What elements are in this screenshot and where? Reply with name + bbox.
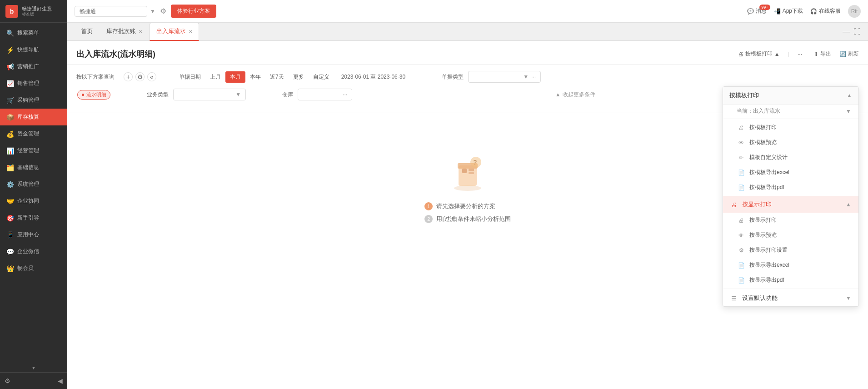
- sidebar-item-member[interactable]: 👑 畅会员: [0, 260, 67, 277]
- template-print-button[interactable]: 🖨 按模板打印 ▲: [734, 48, 783, 60]
- apps-icon: 📱: [6, 231, 14, 239]
- refresh-button[interactable]: 🔄 刷新: [839, 50, 859, 58]
- biz-type-label: 业务类型: [147, 91, 169, 99]
- tabs-bar: 首页 库存批次账 × 出入库流水 × — ⛶: [67, 23, 868, 41]
- filter-label: 按以下方案查询: [76, 73, 115, 81]
- user-avatar-area[interactable]: Rit: [848, 5, 861, 18]
- inventory-icon: 📦: [6, 114, 14, 121]
- svg-text:?: ?: [473, 159, 477, 166]
- date-btn-custom[interactable]: 自定义: [309, 71, 334, 83]
- topbar: ▼ ⚙ 体验行业方案 💬 消息 99+ 📲 App下载 🎧 在线客服 Rit: [67, 0, 868, 23]
- sidebar-item-search[interactable]: 🔍 搜索菜单: [0, 25, 67, 41]
- svg-rect-3: [462, 169, 467, 173]
- trial-button[interactable]: 体验行业方案: [171, 5, 216, 18]
- date-btn-this-year[interactable]: 本年: [245, 71, 265, 83]
- date-filter: 上月 本月 本年 近7天 更多 自定义: [205, 71, 334, 83]
- dp-display-section-header[interactable]: 🖨 按显示打印 ▲: [723, 196, 858, 213]
- empty-step-2: 2 用[过滤]条件来缩小分析范围: [424, 215, 510, 223]
- topbar-search-area: ▼: [75, 6, 155, 17]
- filter-add-button[interactable]: +: [124, 72, 133, 81]
- tab-flow-close[interactable]: ×: [189, 28, 192, 35]
- preview-sub-icon: 👁: [738, 139, 745, 146]
- dp-display-preview-item[interactable]: 👁 按显示预览: [723, 228, 858, 243]
- dp-template-export-excel-item[interactable]: 📄 按模板导出excel: [723, 165, 858, 180]
- dp-template-export-pdf-item[interactable]: 📄 按模板导出pdf: [723, 180, 858, 195]
- empty-step-1: 1 请先选择要分析的方案: [424, 202, 510, 210]
- collapse-filter-button[interactable]: ▲ 收起更多条件: [555, 91, 595, 99]
- sidebar-item-finance[interactable]: 💰 资金管理: [0, 125, 67, 142]
- filter-actions: + ⚙ «: [124, 72, 156, 81]
- dp-header-arrow[interactable]: ▲: [847, 92, 852, 99]
- sidebar-item-quick-nav[interactable]: ⚡ 快捷导航: [0, 41, 67, 58]
- search-input[interactable]: [75, 6, 147, 17]
- warehouse-filter-group: 仓库 ···: [282, 89, 352, 100]
- more-actions-button[interactable]: ···: [794, 49, 806, 59]
- step-1-num: 1: [424, 202, 433, 210]
- dp-template-print-item[interactable]: 🖨 按模板打印: [723, 120, 858, 135]
- dp-template-custom-item[interactable]: ✏ 模板自定义设计: [723, 150, 858, 165]
- dp-display-export-excel-item[interactable]: 📄 按显示导出excel: [723, 258, 858, 273]
- online-service-button[interactable]: 🎧 在线客服: [810, 7, 841, 15]
- gear-icon[interactable]: ⚙: [160, 7, 166, 15]
- dp-current-arrow: ▼: [846, 108, 851, 115]
- sidebar-item-system[interactable]: ⚙️ 系统管理: [0, 176, 67, 193]
- biz-type-dropdown[interactable]: ▼: [173, 89, 246, 100]
- search-dropdown-arrow[interactable]: ▼: [150, 8, 155, 15]
- sidebar-item-guide[interactable]: 🎯 新手引导: [0, 209, 67, 226]
- filter-collapse-button[interactable]: «: [147, 72, 156, 81]
- warehouse-dropdown[interactable]: ···: [298, 89, 352, 100]
- dp-display-print-settings-item[interactable]: ⚙ 按显示打印设置: [723, 243, 858, 258]
- tab-home[interactable]: 首页: [75, 23, 99, 41]
- collapse-sidebar-icon[interactable]: ◀: [58, 377, 63, 384]
- sidebar-item-sales[interactable]: 📈 销售管理: [0, 75, 67, 92]
- flow-detail-tag[interactable]: ● 流水明细: [77, 90, 110, 100]
- system-icon: ⚙️: [6, 181, 14, 188]
- app-logo: b 畅捷通好生意 标准版: [0, 0, 67, 23]
- svg-rect-5: [469, 172, 474, 174]
- date-btn-more[interactable]: 更多: [289, 71, 309, 83]
- tab-batch[interactable]: 库存批次账 ×: [100, 23, 149, 41]
- sidebar-item-wechat[interactable]: 💬 企业微信: [0, 243, 67, 260]
- tab-fullscreen-button[interactable]: ⛶: [853, 28, 861, 36]
- custom-sub-icon: ✏: [738, 154, 745, 161]
- sidebar-scroll-down[interactable]: ▼: [31, 366, 36, 370]
- filter-row-1: 按以下方案查询 + ⚙ « 单据日期 上月 本月 本年 近7天 更多 自定义: [76, 71, 859, 83]
- sidebar-item-inventory[interactable]: 📦 库存核算: [0, 109, 67, 125]
- tab-batch-close[interactable]: ×: [139, 28, 142, 35]
- empty-steps: 1 请先选择要分析的方案 2 用[过滤]条件来缩小分析范围: [424, 202, 510, 223]
- messages-button[interactable]: 💬 消息 99+: [747, 7, 767, 15]
- sidebar-item-base[interactable]: 🗂️ 基础信息: [0, 159, 67, 176]
- filter-tag-area: ● 流水明细: [77, 90, 110, 100]
- dp-template-preview-item[interactable]: 👁 按模板预览: [723, 135, 858, 150]
- sidebar-item-apps[interactable]: 📱 应用中心: [0, 226, 67, 243]
- filter-settings-button[interactable]: ⚙: [135, 72, 145, 81]
- dp-display-print-item[interactable]: 🖨 按显示打印: [723, 213, 858, 228]
- date-btn-last-month[interactable]: 上月: [205, 71, 225, 83]
- tab-minimize-button[interactable]: —: [843, 28, 850, 36]
- app-download-icon: 📲: [774, 8, 781, 15]
- export-button[interactable]: ⬆ 导出: [810, 48, 835, 60]
- date-filter-label: 单据日期: [179, 73, 201, 81]
- tab-flow[interactable]: 出入库流水 ×: [150, 23, 199, 41]
- doc-type-dropdown[interactable]: ▼ ···: [468, 71, 541, 83]
- dp-display-export-pdf-item[interactable]: 📄 按显示导出pdf: [723, 273, 858, 288]
- dp-default-function-item[interactable]: ☰ 设置默认功能 ▼: [723, 290, 858, 306]
- sidebar-item-operations[interactable]: 📊 经营管理: [0, 142, 67, 159]
- guide-icon: 🎯: [6, 214, 14, 222]
- message-icon: 💬: [747, 8, 754, 15]
- page-content: 出入库流水(流水明细) 🖨 按模板打印 ▲ | ··· ⬆ 导出 🔄 刷新: [67, 41, 868, 389]
- app-download-button[interactable]: 📲 App下载: [774, 7, 803, 15]
- display-excel-icon: 📄: [738, 262, 745, 269]
- sidebar-item-marketing[interactable]: 📢 营销推广: [0, 58, 67, 75]
- printer-sub-icon: 🖨: [738, 124, 745, 131]
- sidebar-item-purchase[interactable]: 🛒 采购管理: [0, 92, 67, 109]
- sidebar-item-collab[interactable]: 🤝 企业协同: [0, 193, 67, 209]
- main-area: ▼ ⚙ 体验行业方案 💬 消息 99+ 📲 App下载 🎧 在线客服 Rit: [67, 0, 868, 389]
- svg-point-0: [454, 185, 481, 191]
- doc-type-label: 单据类型: [442, 73, 464, 81]
- dp-divider-2: [723, 289, 858, 289]
- date-btn-this-month[interactable]: 本月: [225, 71, 245, 83]
- settings-bottom-icon[interactable]: ⚙: [5, 377, 10, 384]
- date-btn-last-7[interactable]: 近7天: [265, 71, 289, 83]
- finance-icon: 💰: [6, 130, 14, 138]
